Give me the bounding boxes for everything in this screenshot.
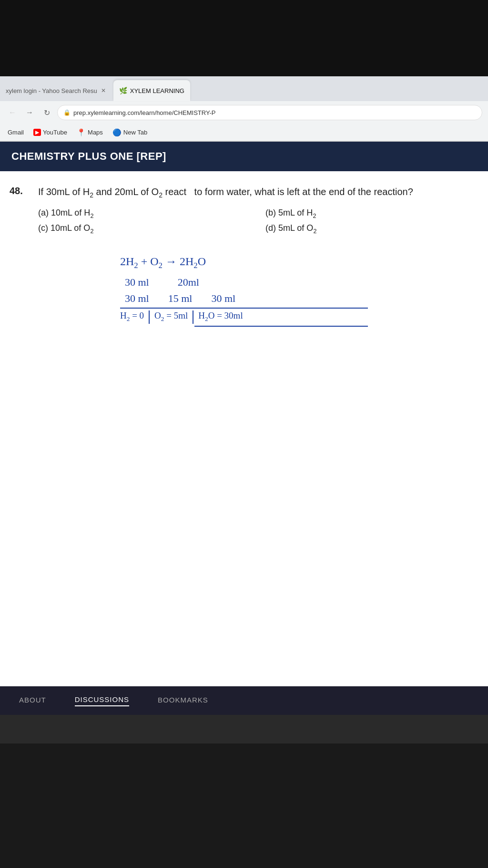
h2o-produced: 30 ml [211,292,235,305]
tab-xylem[interactable]: 🌿 XYLEM LEARNING [113,80,190,101]
refresh-button[interactable]: ↻ [40,106,53,119]
handwritten-solution: 2H2 + O2 → 2H2O 30 ml 20ml 30 ml 15 ml 3… [120,255,368,327]
option-c[interactable]: (c) 10mL of O2 [38,223,251,235]
h2-consumed: 30 ml [125,292,149,305]
bookmark-youtube[interactable]: ▶ YouTube [30,127,71,138]
option-a[interactable]: (a) 10mL of H2 [38,208,251,219]
bookmark-gmail[interactable]: Gmail [4,127,28,138]
maps-label: Maps [88,129,103,136]
bookmark-newtab[interactable]: 🔵 New Tab [109,126,151,139]
top-bezel [0,0,488,76]
tab-yahoo[interactable]: xylem login - Yahoo Search Resu ✕ [0,80,112,101]
forward-button[interactable]: → [23,106,36,119]
maps-icon: 📍 [77,128,86,137]
bottom-nav-bookmarks[interactable]: BOOKMARKS [158,696,208,706]
solution-area: 2H2 + O2 → 2H2O 30 ml 20ml 30 ml 15 ml 3… [10,246,478,341]
bookmark-maps[interactable]: 📍 Maps [73,126,107,139]
bottom-nav: ABOUT DISCUSSIONS BOOKMARKS [0,686,488,715]
question-text: If 30mL of H2 and 20mL of O2 react to fo… [38,185,478,200]
question-row: 48. If 30mL of H2 and 20mL of O2 react t… [10,185,478,234]
equation-line: 2H2 + O2 → 2H2O [120,255,368,270]
tab-bar: xylem login - Yahoo Search Resu ✕ 🌿 XYLE… [0,76,488,101]
content-spacer [0,457,488,686]
address-bar: ← → ↻ 🔒 prep.xylemlearning.com/learn/hom… [0,101,488,124]
tab-xylem-title: XYLEM LEARNING [130,87,184,94]
result-o2: O2 = 5ml [154,310,188,323]
equation-text: 2H2 + O2 → 2H2O [120,255,206,270]
newtab-label: New Tab [123,129,147,136]
lock-icon: 🔒 [63,109,71,116]
site-header-title: CHEMISTRY PLUS ONE [REP] [11,150,477,163]
bottom-nav-discussions[interactable]: DISCUSSIONS [75,695,129,706]
tab-xylem-icon: 🌿 [119,87,127,94]
newtab-icon: 🔵 [112,128,122,137]
amounts-line: 30 ml 20ml [120,276,368,289]
browser-chrome: xylem login - Yahoo Search Resu ✕ 🌿 XYLE… [0,76,488,142]
tab-yahoo-title: xylem login - Yahoo Search Resu [6,87,97,94]
consumed-line: 30 ml 15 ml 30 ml [120,292,368,305]
result-h2o: H2O = 30ml [198,310,243,323]
back-button[interactable]: ← [6,106,19,119]
question-body: If 30mL of H2 and 20mL of O2 react to fo… [38,185,478,234]
option-d[interactable]: (d) 5mL of O2 [265,223,478,235]
h2-amount: 30 ml [125,276,149,289]
youtube-label: YouTube [43,129,67,136]
question-area: 48. If 30mL of H2 and 20mL of O2 react t… [0,171,488,457]
options-grid: (a) 10mL of H2 (b) 5mL of H2 (c) 10mL of… [38,208,478,234]
o2-amount: 20ml [178,276,199,289]
url-text: prep.xylemlearning.com/learn/home/CHEMIS… [73,109,215,116]
youtube-icon: ▶ [33,129,41,136]
page-content: CHEMISTRY PLUS ONE [REP] 48. If 30mL of … [0,142,488,686]
option-b[interactable]: (b) 5mL of H2 [265,208,478,219]
url-bar[interactable]: 🔒 prep.xylemlearning.com/learn/home/CHEM… [57,105,482,120]
bottom-bezel: ABOUT DISCUSSIONS BOOKMARKS [0,686,488,744]
o2-consumed: 15 ml [168,292,193,305]
result-h2: H2 = 0 [120,310,144,323]
bookmarks-bar: Gmail ▶ YouTube 📍 Maps 🔵 New Tab [0,124,488,141]
gmail-label: Gmail [8,129,24,136]
tab-yahoo-close[interactable]: ✕ [101,87,106,94]
bottom-nav-about[interactable]: ABOUT [19,696,46,706]
question-number: 48. [10,185,29,234]
site-header: CHEMISTRY PLUS ONE [REP] [0,142,488,171]
